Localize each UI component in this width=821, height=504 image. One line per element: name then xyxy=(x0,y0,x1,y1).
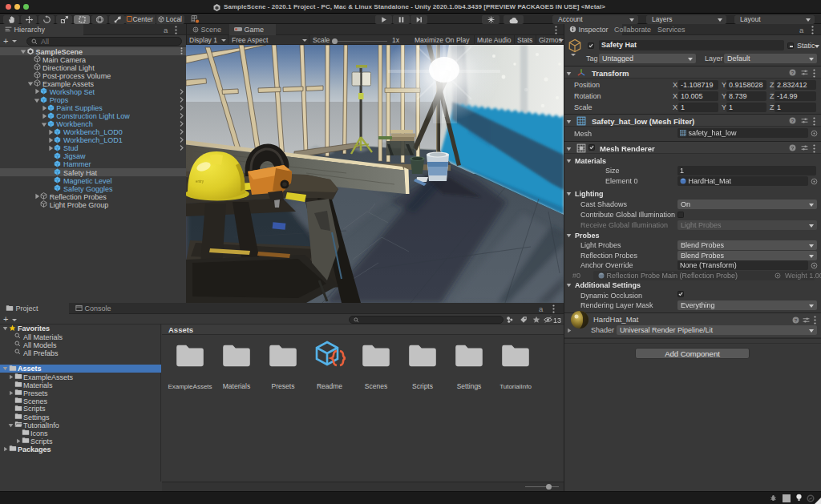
svg-text:?: ? xyxy=(791,118,795,123)
svg-text:entry: entry xyxy=(196,179,204,183)
svg-text:?: ? xyxy=(791,70,795,75)
svg-text:?: ? xyxy=(791,145,795,151)
svg-text:?: ? xyxy=(795,317,798,323)
